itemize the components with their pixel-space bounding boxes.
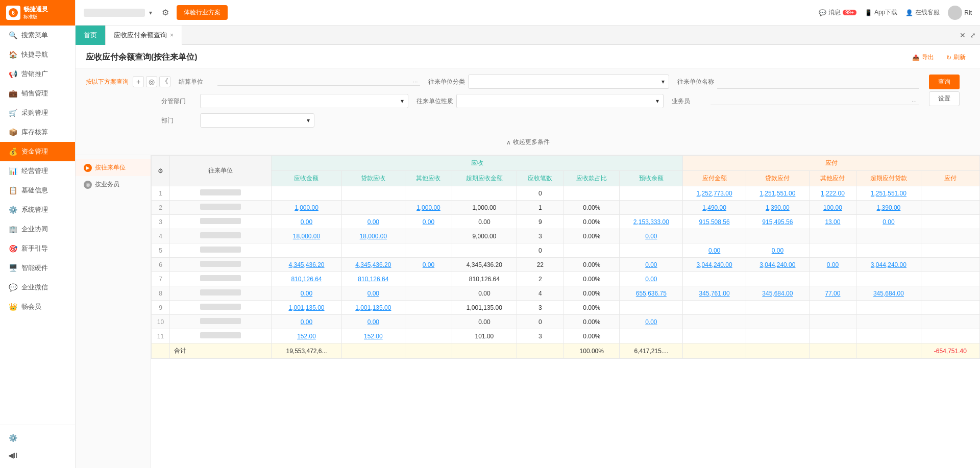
sidebar-item-settings[interactable]: ⚙️ [0,429,75,447]
cell-r8-c2[interactable]: 1,001,135.00 [272,301,342,315]
cell-r1-c4[interactable]: 1,000.00 [405,201,452,215]
cell-r1-c2[interactable]: 1,000.00 [272,201,342,215]
cell-r5-c10[interactable]: 3,044,240.00 [746,258,810,272]
sidebar-item-corp[interactable]: 🏢 企业协同 [0,219,75,239]
cell-r10-c2[interactable]: 152.00 [272,329,342,343]
cell-r3-c8[interactable]: 0.00 [620,229,683,243]
cell-r2-c10[interactable]: 915,495.56 [746,215,810,229]
col-settings-header[interactable]: ⚙ [152,156,170,186]
sidebar-item-inventory[interactable]: 📦 库存核算 [0,122,75,142]
refresh-button[interactable]: ↻ 刷新 [942,51,970,64]
cell-r9-c8[interactable]: 0.00 [620,315,683,329]
content-layout: ▶ 按往来单位 ◎ 按业务员 ⚙ 往来单位 [76,155,980,468]
sidebar-item-system[interactable]: ⚙️ 系统管理 [0,200,75,219]
cell-r1-c9[interactable]: 1,490.00 [683,201,746,215]
sidebar-item-hardware[interactable]: 🖥️ 智能硬件 [0,258,75,278]
cell-r0-c12[interactable]: 1,251,551.00 [856,186,921,201]
filter-collapse-btn[interactable]: 《 [159,76,170,87]
left-panel-by-partner[interactable]: ▶ 按往来单位 [76,159,151,176]
cell-r2-c4[interactable]: 0.00 [405,215,452,229]
cell-r7-c11[interactable]: 77.00 [809,286,856,301]
sidebar-item-marketing[interactable]: 📢 营销推广 [0,64,75,84]
cell-r1-c10[interactable]: 1,390.00 [746,201,810,215]
app-download-btn[interactable]: 📱 App下载 [865,8,897,17]
tab-close-btn[interactable]: × [170,32,174,39]
left-panel-by-salesperson[interactable]: ◎ 按业务员 [76,176,151,193]
cell-r5-c2[interactable]: 4,345,436.20 [272,258,342,272]
sidebar-item-quick[interactable]: 🏠 快捷导航 [0,45,75,64]
settlement-unit-input[interactable]: ··· [217,78,420,86]
cell-r7-c10[interactable]: 345,684.00 [746,286,810,301]
salesperson-input[interactable]: ··· [710,97,919,105]
filter-add-btn[interactable]: + [133,76,144,87]
window-close-icon[interactable]: ✕ [960,31,966,39]
cell-r3-c3[interactable]: 18,000.00 [341,229,405,243]
sidebar-item-sales[interactable]: 💼 销售管理 [0,84,75,103]
cell-r5-c6: 22 [517,258,564,272]
cell-r1-c12[interactable]: 1,390.00 [856,201,921,215]
cell-r5-c8[interactable]: 0.00 [620,258,683,272]
cell-r6-c8[interactable]: 0.00 [620,272,683,286]
cell-r7-c9[interactable]: 345,761.00 [683,286,746,301]
cell-r2-c3[interactable]: 0.00 [341,215,405,229]
settings-button[interactable]: 设置 [929,91,960,106]
cell-r0-c9[interactable]: 1,252,773.00 [683,186,746,201]
collapse-conditions-btn[interactable]: ∧ 收起更多条件 [500,136,556,149]
cell-r8-c7: 0.00% [564,301,620,315]
cell-r2-c12[interactable]: 0.00 [856,215,921,229]
cell-r5-c3[interactable]: 4,345,436.20 [341,258,405,272]
cell-r2-c8[interactable]: 2,153,333.00 [620,215,683,229]
cell-r5-c9[interactable]: 3,044,240.00 [683,258,746,272]
cell-r7-c3[interactable]: 0.00 [341,286,405,301]
header-dropdown[interactable]: ▾ [149,9,152,16]
promo-button[interactable]: 体验行业方案 [177,5,228,20]
col-recv-0: 应收金额 [272,171,342,186]
cell-r7-c8[interactable]: 655,636.75 [620,286,683,301]
cell-r0-c11[interactable]: 1,222.00 [809,186,856,201]
sidebar-item-search[interactable]: 🔍 搜索菜单 [0,26,75,45]
cell-r9-c3[interactable]: 0.00 [341,315,405,329]
header-gear-btn[interactable]: ⚙ [158,6,173,20]
filter-target-btn[interactable]: ◎ [146,76,157,87]
export-button[interactable]: 📤 导出 [908,51,938,64]
cell-r3-c2[interactable]: 18,000.00 [272,229,342,243]
partner-category-select[interactable]: ▾ [468,75,670,89]
sidebar-item-vip[interactable]: 👑 畅会员 [0,297,75,316]
cell-r4-c10[interactable]: 0.00 [746,243,810,258]
partner-name-input[interactable] [717,75,919,89]
user-profile[interactable]: Rit [948,6,972,20]
dept-in-charge-select[interactable]: ▾ [200,94,408,108]
cell-r1-c11[interactable]: 100.00 [809,201,856,215]
cell-r7-c2[interactable]: 0.00 [272,286,342,301]
tab-ar-ap[interactable]: 应收应付余额查询 × [106,26,182,45]
cell-r8-c3[interactable]: 1,001,135.00 [341,301,405,315]
sidebar-item-guide[interactable]: 🎯 新手引导 [0,239,75,258]
message-btn[interactable]: 💬 消息 99+ [819,8,856,17]
partner-nature-select[interactable]: ▾ [456,94,664,108]
cell-r6-c2[interactable]: 810,126.64 [272,272,342,286]
sidebar-item-basic[interactable]: 📋 基础信息 [0,181,75,200]
window-expand-icon[interactable]: ⤢ [970,31,976,39]
cell-r6-c3[interactable]: 810,126.64 [341,272,405,286]
cell-r2-c11[interactable]: 13.00 [809,215,856,229]
tab-home[interactable]: 首页 [76,26,106,45]
query-button[interactable]: 查询 [929,75,960,89]
cell-r4-c4 [405,243,452,258]
department-select[interactable]: ▾ [200,113,314,128]
sidebar-item-wechat[interactable]: 💬 企业微信 [0,278,75,297]
sidebar-item-capital[interactable]: 💰 资金管理 [0,142,75,161]
sidebar-item-collapse[interactable]: ◀II [0,447,75,464]
cell-r5-c11[interactable]: 0.00 [809,258,856,272]
cell-r5-c4[interactable]: 0.00 [405,258,452,272]
cell-r7-c12[interactable]: 345,684.00 [856,286,921,301]
cell-r9-c2[interactable]: 0.00 [272,315,342,329]
cell-r0-c10[interactable]: 1,251,551.00 [746,186,810,201]
cell-r10-c3[interactable]: 152.00 [341,329,405,343]
cell-r4-c9[interactable]: 0.00 [683,243,746,258]
cell-r2-c9[interactable]: 915,508.56 [683,215,746,229]
online-service-btn[interactable]: 👤 在线客服 [905,8,940,17]
cell-r2-c2[interactable]: 0.00 [272,215,342,229]
sidebar-item-operations[interactable]: 📊 经营管理 [0,161,75,181]
cell-r5-c12[interactable]: 3,044,240.00 [856,258,921,272]
sidebar-item-purchase[interactable]: 🛒 采购管理 [0,103,75,122]
